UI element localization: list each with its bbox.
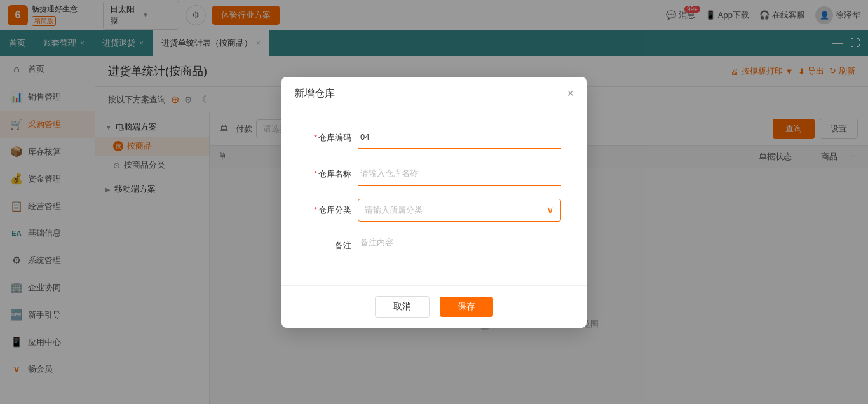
dialog-body: 仓库编码 仓库名称 仓库分类 请输入所属分类 ∨ 备注	[281, 111, 587, 285]
form-row-code: 仓库编码	[307, 126, 561, 149]
name-input[interactable]	[358, 162, 561, 185]
note-input[interactable]	[358, 234, 561, 257]
code-label: 仓库编码	[307, 132, 351, 144]
note-label: 备注	[307, 240, 351, 252]
code-input[interactable]	[358, 126, 561, 149]
category-select[interactable]: 请输入所属分类 ∨	[358, 199, 561, 222]
save-button[interactable]: 保存	[440, 297, 493, 317]
dialog-footer: 取消 保存	[281, 285, 587, 328]
dialog-close-btn[interactable]: ×	[567, 87, 574, 100]
dialog-title: 新增仓库	[294, 87, 335, 100]
add-warehouse-dialog: 新增仓库 × 仓库编码 仓库名称 仓库分类 请输入所属分类 ∨	[281, 77, 587, 328]
form-row-category: 仓库分类 请输入所属分类 ∨	[307, 199, 561, 222]
name-input-wrapper	[358, 162, 561, 186]
form-row-note: 备注	[307, 234, 561, 257]
dialog-header: 新增仓库 ×	[281, 77, 587, 111]
name-label: 仓库名称	[307, 168, 351, 180]
category-placeholder: 请输入所属分类	[365, 205, 423, 216]
category-chevron-icon: ∨	[546, 204, 554, 216]
category-label: 仓库分类	[307, 205, 351, 216]
form-row-name: 仓库名称	[307, 162, 561, 186]
dialog-overlay: 新增仓库 × 仓库编码 仓库名称 仓库分类 请输入所属分类 ∨	[0, 0, 868, 404]
cancel-button[interactable]: 取消	[375, 296, 430, 318]
